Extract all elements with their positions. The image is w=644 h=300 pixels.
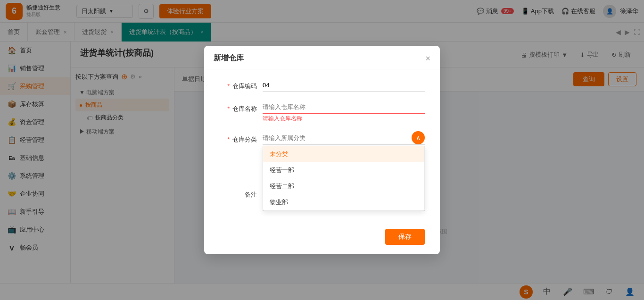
category-row: * 仓库分类 ∧ 未分类 经营一部 经营二部 物业部	[219, 131, 425, 145]
add-warehouse-dialog: 新增仓库 × * 仓库编码 * 仓库名称	[204, 46, 440, 254]
category-dropdown: 未分类 经营一部 经营二部 物业部	[263, 146, 425, 211]
code-input[interactable]	[263, 79, 425, 92]
category-input[interactable]	[263, 132, 412, 144]
note-label: 备注	[219, 187, 257, 199]
name-row: * 仓库名称 请输入仓库名称	[219, 100, 425, 123]
dialog-overlay: 新增仓库 × * 仓库编码 * 仓库名称	[0, 0, 644, 300]
dialog-body: * 仓库编码 * 仓库名称 请输入仓库名称	[204, 69, 440, 229]
name-input[interactable]	[263, 100, 425, 114]
dialog-title: 新增仓库	[214, 53, 244, 63]
name-label: * 仓库名称	[219, 101, 257, 113]
category-toggle-button[interactable]: ∧	[412, 131, 425, 144]
save-button[interactable]: 保存	[385, 229, 425, 245]
dialog-close-button[interactable]: ×	[425, 54, 430, 63]
dialog-footer: 保存	[204, 229, 440, 245]
category-label: * 仓库分类	[219, 132, 257, 144]
dropdown-item-dept2[interactable]: 经营二部	[263, 178, 424, 194]
dropdown-item-uncategorized[interactable]: 未分类	[263, 146, 424, 162]
dropdown-item-dept3[interactable]: 物业部	[263, 194, 424, 210]
dropdown-item-dept1[interactable]: 经营一部	[263, 162, 424, 178]
code-label: * 仓库编码	[219, 79, 257, 91]
name-error-msg: 请输入仓库名称	[263, 115, 425, 123]
category-input-wrap: ∧	[263, 131, 425, 145]
dialog-header: 新增仓库 ×	[204, 46, 440, 69]
code-row: * 仓库编码	[219, 79, 425, 92]
